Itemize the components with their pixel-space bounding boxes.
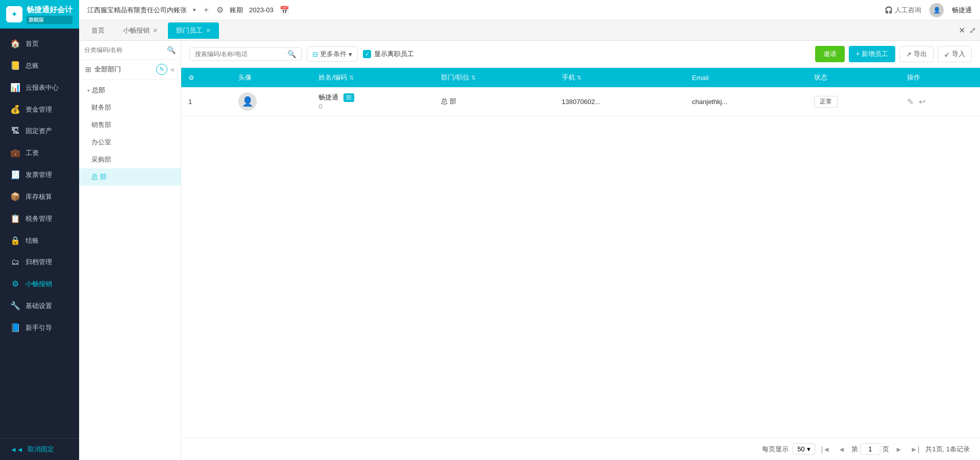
invoice-icon: 🧾 — [10, 170, 20, 180]
settings-icon[interactable]: ⚙ — [216, 5, 224, 15]
dept-tree: ▾ 总部 财务部 销售部 办公室 采购部 总 部 — [79, 80, 181, 460]
main-content: 江西服宝精品有限责任公司内账张 ▾ ＋ ⚙ 账期 2023-03 📅 🎧 人工咨… — [79, 0, 980, 460]
period-label: 账期 — [230, 6, 243, 15]
sidebar-item-label: 新手引导 — [26, 323, 52, 333]
next-page-button[interactable]: ► — [893, 444, 904, 454]
support-button[interactable]: 🎧 人工咨询 — [885, 6, 921, 15]
sidebar-item-expense[interactable]: ⚙ 小畅报销 — [0, 273, 79, 295]
sidebar-item-funds[interactable]: 💰 资金管理 — [0, 98, 79, 120]
dept-item-finance[interactable]: 财务部 — [79, 99, 181, 116]
dept-search-icon[interactable]: 🔍 — [167, 46, 176, 54]
sidebar-item-salary[interactable]: 💼 工资 — [0, 142, 79, 164]
edit-button[interactable]: ✎ — [907, 97, 914, 107]
sidebar-item-tax[interactable]: 📋 税务管理 — [0, 208, 79, 229]
dept-item-sales[interactable]: 销售部 — [79, 116, 181, 134]
sidebar-item-close[interactable]: 🔒 结账 — [0, 229, 79, 251]
close-window-icon[interactable]: ✕ — [959, 25, 965, 35]
sidebar-item-basic[interactable]: 🔧 基础设置 — [0, 295, 79, 317]
col-email: Email — [685, 68, 807, 87]
employee-search-icon[interactable]: 🔍 — [287, 50, 296, 58]
tab-dept-employee-label: 部门员工 — [176, 26, 203, 35]
company-dropdown-icon[interactable]: ▾ — [193, 7, 196, 13]
toolbar-right: 邀请 + 新增员工 ↗ 导出 ↙ 导入 — [815, 46, 972, 62]
dept-item-headquarters[interactable]: 总 部 — [79, 168, 181, 186]
expand-icon[interactable]: ⤢ — [969, 25, 976, 35]
sidebar-item-label: 首页 — [26, 39, 39, 48]
filter-button[interactable]: ⊟ 更多条件 ▾ — [307, 46, 358, 62]
col-dept-position[interactable]: 部门/职位 ⇅ — [434, 68, 554, 87]
sidebar-item-label: 小畅报销 — [26, 279, 52, 289]
avatar-icon: 👤 — [242, 96, 253, 107]
tab-expense-close-icon[interactable]: ✕ — [153, 27, 158, 34]
collapse-icon[interactable]: « — [170, 65, 175, 73]
row-dept-position: 总 部 — [434, 87, 554, 116]
pagination: 每页显示 50 ▾ |◄ ◄ 第 页 ► ►| 共1页, 1条记录 — [181, 438, 980, 460]
employee-name: 畅捷通 — [318, 93, 338, 101]
tab-dept-employee[interactable]: 部门员工 ✕ — [168, 22, 219, 39]
dept-item-finance-label: 财务部 — [91, 103, 111, 112]
dept-item-office[interactable]: 办公室 — [79, 134, 181, 151]
reports-icon: 📊 — [10, 83, 20, 92]
last-page-button[interactable]: ►| — [909, 444, 922, 454]
sidebar-nav: 🏠 首页 📒 总账 📊 云报表中心 💰 资金管理 🏗 固定资产 💼 工资 🧾 发… — [0, 29, 79, 438]
app-logo: ✦ 畅捷通好会计 旗舰版 — [0, 0, 79, 29]
employee-code: 0 — [318, 103, 427, 110]
all-depts-header: ⊞ 全部部门 ✎ « — [79, 60, 181, 80]
tab-expense-label: 小畅报销 — [123, 26, 150, 35]
tab-bar: 首页 小畅报销 ✕ 部门员工 ✕ ✕ ⤢ — [79, 20, 980, 41]
assets-icon: 🏗 — [10, 126, 20, 136]
sort-icon: ⇅ — [471, 74, 476, 81]
per-page-value: 50 — [797, 445, 804, 453]
prev-page-button[interactable]: ◄ — [836, 444, 847, 454]
sort-icon: ⇅ — [577, 74, 581, 81]
sidebar-item-inventory[interactable]: 📦 库存核算 — [0, 186, 79, 208]
tab-home-label: 首页 — [91, 26, 105, 35]
home-icon: 🏠 — [10, 39, 20, 48]
sidebar-item-reports[interactable]: 📊 云报表中心 — [0, 76, 79, 98]
tab-dept-close-icon[interactable]: ✕ — [206, 27, 211, 34]
employee-toolbar: 🔍 ⊟ 更多条件 ▾ ✓ 显示离职员工 邀请 + 新增员工 ↗ 导出 — [181, 41, 980, 68]
sidebar-item-guide[interactable]: 📘 新手引导 — [0, 317, 79, 339]
tab-expense[interactable]: 小畅报销 ✕ — [115, 22, 166, 39]
col-phone[interactable]: 手机 ⇅ — [555, 68, 685, 87]
sidebar-item-home[interactable]: 🏠 首页 — [0, 33, 79, 55]
tab-home[interactable]: 首页 — [83, 22, 113, 39]
row-name-code: 畅捷通 部 0 — [311, 87, 434, 116]
page-body: 🔍 ⊞ 全部部门 ✎ « ▾ 总部 财务部 销售部 — [79, 41, 980, 460]
dept-item-purchase[interactable]: 采购部 — [79, 151, 181, 168]
import-icon: ↙ — [944, 50, 950, 58]
add-tab-button[interactable]: ＋ — [202, 5, 210, 15]
page-input-wrap: 第 页 — [851, 443, 889, 455]
filter-arrow-icon: ▾ — [349, 50, 352, 58]
per-page-arrow-icon: ▾ — [807, 445, 811, 453]
per-page-select[interactable]: 50 ▾ — [793, 443, 815, 455]
sidebar-item-archive[interactable]: 🗂 归档管理 — [0, 251, 79, 273]
sidebar-item-assets[interactable]: 🏗 固定资产 — [0, 120, 79, 142]
dept-search-box: 🔍 — [79, 41, 181, 60]
import-button[interactable]: ↙ 导入 — [938, 46, 972, 62]
dept-parent-label: 总部 — [92, 86, 105, 95]
inventory-icon: 📦 — [10, 192, 20, 201]
unpin-button[interactable]: ◄◄ 取消固定 — [0, 438, 79, 460]
sidebar-item-invoice[interactable]: 🧾 发票管理 — [0, 164, 79, 186]
sidebar-item-ledger[interactable]: 📒 总账 — [0, 55, 79, 76]
page-input[interactable] — [860, 443, 880, 455]
page-suffix: 页 — [883, 445, 889, 454]
add-employee-button[interactable]: + 新增员工 — [849, 46, 895, 62]
sidebar: ✦ 畅捷通好会计 旗舰版 🏠 首页 📒 总账 📊 云报表中心 💰 资金管理 🏗 … — [0, 0, 79, 460]
delete-button[interactable]: ↩ — [919, 97, 925, 107]
col-settings[interactable]: ⚙ — [181, 68, 231, 87]
dept-parent-general[interactable]: ▾ 总部 — [79, 82, 181, 99]
employee-search-input[interactable] — [195, 50, 284, 58]
show-resigned-checkbox[interactable]: ✓ 显示离职员工 — [363, 49, 414, 59]
dept-search-input[interactable] — [84, 46, 164, 54]
calendar-icon[interactable]: 📅 — [280, 6, 289, 15]
col-name-code[interactable]: 姓名/编码 ⇅ — [311, 68, 434, 87]
tree-expand-icon: ▾ — [87, 88, 90, 93]
invite-button[interactable]: 邀请 — [815, 46, 845, 62]
first-page-button[interactable]: |◄ — [819, 444, 832, 454]
dept-edit-button[interactable]: ✎ — [156, 64, 167, 75]
support-label: 人工咨询 — [895, 6, 921, 15]
export-button[interactable]: ↗ 导出 — [899, 46, 934, 62]
username: 畅捷通 — [952, 6, 972, 15]
